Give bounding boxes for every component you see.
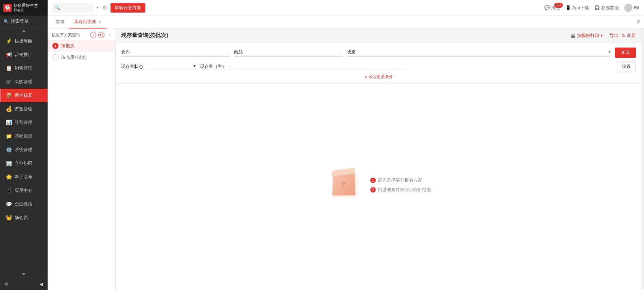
settings-scheme-btn[interactable]: ⚙	[98, 32, 104, 38]
sidebar-item-operations[interactable]: 📊 经营管理	[0, 116, 48, 129]
empty-illustration	[326, 170, 360, 204]
stock-qty-field: 现存量（主） —	[200, 63, 404, 70]
sidebar-item-member[interactable]: 👑 畅会员	[0, 211, 48, 224]
sidebar-item-wechat[interactable]: 💬 企业微信	[0, 197, 48, 211]
basic-icon: 📁	[6, 133, 12, 139]
finance-icon: 💰	[6, 106, 12, 112]
page-toolbar: 🖨️ 按模板打印 ▾ ↑ 导出 ↻ 刷新	[570, 33, 636, 39]
sidebar-item-system[interactable]: ⚙️ 系统管理	[0, 143, 48, 157]
sidebar-item-label: 采购管理	[15, 79, 32, 85]
export-btn[interactable]: ↑ 导出	[606, 33, 619, 39]
empty-hints: 1 请先选择要分析的方案 2 用过滤条件来缩小分析范围	[370, 177, 431, 196]
warehouse-input[interactable]	[132, 49, 226, 54]
search-menu[interactable]: 🔍 搜索菜单	[0, 16, 48, 28]
print-dropdown-icon[interactable]: ▾	[600, 33, 603, 38]
main-area: 🔍 ▾ ⚙ 体验行业方案 💬 消息 99+ 📱 App下载 🎧 在线客服 Rit	[48, 0, 644, 290]
topbar-search-box[interactable]: 🔍	[52, 3, 93, 13]
status-dropdown-icon[interactable]: ▾	[608, 49, 611, 55]
sidebar-item-label: 营销推广	[15, 52, 32, 58]
app-title-block: 畅康通好生意 标准版	[14, 3, 38, 13]
sidebar-item-label: 应用中心	[15, 187, 32, 194]
refresh-icon: ↻	[622, 33, 626, 38]
page-header: 现存量查询(按批次) 🖨️ 按模板打印 ▾ ↑ 导出 ↻ 刷新	[116, 29, 641, 43]
refresh-label: 刷新	[627, 33, 636, 39]
topbar-gear-icon[interactable]: ⚙	[102, 4, 107, 11]
header-actions: + ⚙ 《	[90, 32, 111, 38]
page-title: 现存量查询(按批次)	[121, 32, 168, 39]
sidebar-item-purchase[interactable]: 🛒 采购管理	[0, 75, 48, 89]
close-all-tabs-btn[interactable]: ✕	[636, 19, 641, 25]
app-download-btn[interactable]: 📱 App下载	[565, 5, 589, 11]
query-btn[interactable]: 查询	[615, 48, 636, 58]
user-menu[interactable]: Rit	[624, 4, 639, 12]
print-btn[interactable]: 🖨️ 按模板打印 ▾	[570, 33, 603, 39]
hint-text-1: 请先选择要分析的方案	[378, 177, 422, 183]
stock-qty-label: 现存量（主）	[200, 64, 226, 70]
tab-inventory-batch[interactable]: 库存批次账 ✕	[69, 16, 106, 29]
enterprise-icon: 🏢	[6, 160, 12, 166]
sidebar-item-sales[interactable]: 📋 销售管理	[0, 61, 48, 75]
scheme-item-by-warehouse-batch[interactable]: ○ 按仓库+批次	[48, 52, 115, 63]
try-industry-btn[interactable]: 体验行业方案	[111, 3, 145, 13]
toggle-sidebar-icon[interactable]: ◀	[39, 282, 43, 287]
sidebar-item-basic[interactable]: 📁 基础信息	[0, 129, 48, 143]
sidebar: 畅 畅康通好生意 标准版 🔍 搜索菜单 ⚡ 快捷导航 📢 营销推广 📋 销售管理…	[0, 0, 48, 290]
sidebar-item-label: 企业微信	[15, 201, 32, 207]
scheme-item-by-batch[interactable]: ● 按批次	[48, 40, 115, 52]
settings-footer-icon[interactable]: ⚙	[5, 282, 9, 287]
arrow-up-icon	[22, 30, 26, 32]
sales-icon: 📋	[6, 65, 12, 71]
topbar-search-icon: 🔍	[55, 5, 60, 10]
product-input[interactable]	[245, 49, 339, 54]
messages-btn[interactable]: 💬 消息 99+	[544, 5, 560, 11]
operations-icon: 📊	[6, 120, 12, 126]
sidebar-item-marketing[interactable]: 📢 营销推广	[0, 48, 48, 61]
product-label: 商品	[234, 49, 243, 55]
add-scheme-btn[interactable]: +	[90, 32, 96, 38]
sidebar-header: 畅 畅康通好生意 标准版	[0, 0, 48, 16]
marketing-icon: 📢	[6, 52, 12, 58]
scroll-up-btn[interactable]	[0, 28, 48, 34]
empty-hint-1: 1 请先选择要分析的方案	[370, 177, 431, 183]
sidebar-item-quick-nav[interactable]: ⚡ 快捷导航	[0, 34, 48, 48]
stock-status-select[interactable]: ▾	[147, 63, 196, 70]
app-download-label: App下载	[572, 5, 589, 11]
arrow-down-icon	[22, 273, 26, 275]
product-more-btn[interactable]: ···	[339, 49, 343, 54]
sidebar-item-label: 基础信息	[15, 133, 32, 139]
sidebar-item-enterprise[interactable]: 🏢 企业协同	[0, 157, 48, 170]
collapse-more-btn[interactable]: ∧ 收起更多条件	[121, 74, 636, 80]
status-label: 状态	[347, 49, 356, 55]
tab-home[interactable]: 首页	[51, 16, 69, 29]
warehouse-more-btn[interactable]: ···	[226, 49, 230, 54]
collapse-chevron: ∧	[364, 75, 367, 79]
scroll-down-btn[interactable]	[0, 271, 48, 278]
collapse-panel-btn[interactable]: 《	[106, 32, 111, 38]
sidebar-item-finance[interactable]: 💰 资金管理	[0, 102, 48, 116]
quick-nav-icon: ⚡	[6, 38, 12, 44]
headset-icon: 🎧	[594, 5, 600, 10]
message-icon: 💬	[544, 5, 550, 10]
user-name: Rit	[634, 5, 639, 10]
online-service-btn[interactable]: 🎧 在线客服	[594, 5, 619, 11]
sidebar-item-label: 经营管理	[15, 120, 32, 126]
stock-qty-dash: —	[229, 63, 234, 68]
avatar	[624, 4, 632, 12]
tab-close-icon[interactable]: ✕	[98, 19, 102, 24]
filter-row-1: 仓库 ··· 商品 ··· 状态 ▾	[121, 48, 636, 58]
filter-scheme-label: 按以下方案查询	[52, 32, 80, 38]
sidebar-item-newguide[interactable]: 🌟 新手引导	[0, 170, 48, 184]
sidebar-item-label: 资金管理	[15, 106, 32, 112]
right-scrollbar[interactable]	[641, 29, 644, 290]
tab-inventory-batch-label: 库存批次账	[74, 19, 96, 25]
topbar-dropdown-arrow[interactable]: ▾	[97, 6, 98, 10]
sidebar-item-inventory[interactable]: 📦 库存核算	[0, 89, 48, 102]
hint-num-2: 2	[370, 187, 376, 193]
tabs-bar: 首页 库存批次账 ✕ ✕	[48, 16, 644, 29]
system-icon: ⚙️	[6, 147, 12, 153]
sidebar-item-appcenter[interactable]: 📱 应用中心	[0, 184, 48, 197]
export-icon: ↑	[606, 33, 609, 38]
refresh-btn[interactable]: ↻ 刷新	[622, 33, 636, 39]
settings-btn[interactable]: 设置	[617, 61, 636, 72]
empty-state: 1 请先选择要分析的方案 2 用过滤条件来缩小分析范围	[116, 84, 641, 290]
